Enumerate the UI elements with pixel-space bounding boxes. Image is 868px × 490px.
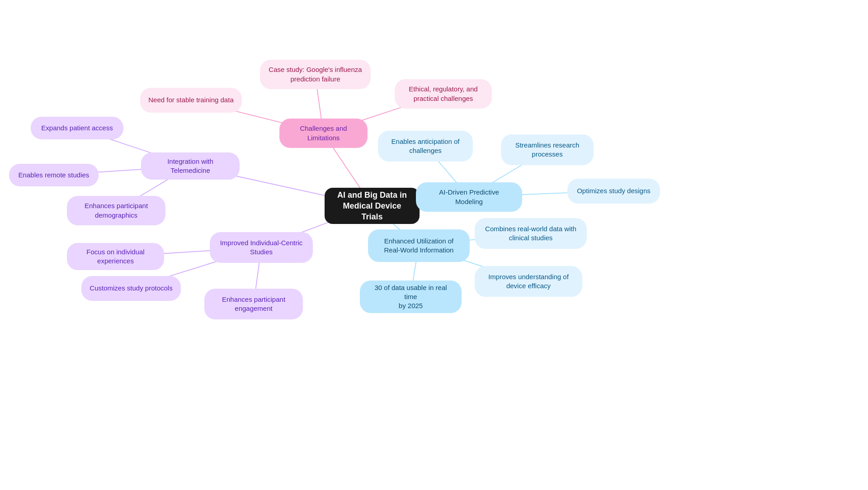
predictive-label: AI-Driven Predictive Modeling (439, 188, 499, 206)
anticipation-node: Enables anticipation of challenges (378, 131, 473, 162)
stable-training-node: Need for stable training data (140, 88, 242, 113)
optimizes-node: Optimizes study designs (567, 179, 660, 204)
expands-access-label: Expands patient access (41, 124, 113, 133)
realtime-label: 30 of data usable in real time by 2025 (368, 283, 453, 311)
focus-individual-node: Focus on individual experiences (67, 243, 164, 270)
ethical-node: Ethical, regulatory, and practical chall… (395, 79, 492, 109)
enhances-demo-label: Enhances participant demographics (85, 201, 148, 220)
stable-training-label: Need for stable training data (148, 95, 233, 105)
anticipation-label: Enables anticipation of challenges (392, 137, 460, 156)
telemedicine-node: Integration with Telemedicine (141, 152, 240, 180)
mindmap-container: AI and Big Data in Medical Device Trials… (0, 0, 868, 490)
predictive-node: AI-Driven Predictive Modeling (416, 182, 522, 212)
customizes-node: Customizes study protocols (81, 276, 181, 301)
realtime-node: 30 of data usable in real time by 2025 (360, 281, 462, 313)
case-study-label: Case study: Google's influenza predictio… (269, 65, 362, 84)
case-study-node: Case study: Google's influenza predictio… (260, 60, 371, 89)
realworld-node: Enhanced Utilization of Real-World Infor… (368, 229, 470, 262)
center-node: AI and Big Data in Medical Device Trials (325, 188, 420, 224)
enhances-engagement-node: Enhances participant engagement (204, 289, 303, 319)
focus-individual-label: Focus on individual experiences (86, 247, 144, 266)
enhances-engagement-label: Enhances participant engagement (222, 295, 285, 314)
enables-remote-label: Enables remote studies (19, 171, 90, 180)
enables-remote-node: Enables remote studies (9, 164, 99, 186)
streamlines-node: Streamlines research processes (501, 134, 594, 165)
telemedicine-label: Integration with Telemedicine (167, 157, 213, 176)
individual-centric-label: Improved Individual-Centric Studies (220, 238, 303, 257)
center-label: AI and Big Data in Medical Device Trials (333, 190, 411, 223)
enhances-demo-node: Enhances participant demographics (67, 196, 165, 225)
realworld-label: Enhanced Utilization of Real-World Infor… (384, 237, 454, 255)
individual-centric-node: Improved Individual-Centric Studies (210, 232, 313, 263)
combines-node: Combines real-world data with clinical s… (475, 218, 587, 249)
challenges-node: Challenges and Limitations (279, 119, 368, 148)
optimizes-label: Optimizes study designs (577, 186, 651, 195)
ethical-label: Ethical, regulatory, and practical chall… (409, 85, 477, 103)
expands-access-node: Expands patient access (31, 117, 123, 139)
combines-label: Combines real-world data with clinical s… (485, 224, 576, 243)
streamlines-label: Streamlines research processes (515, 141, 580, 159)
improves-label: Improves understanding of device efficac… (488, 272, 569, 291)
customizes-label: Customizes study protocols (90, 284, 172, 293)
improves-node: Improves understanding of device efficac… (475, 266, 582, 297)
challenges-label: Challenges and Limitations (300, 124, 347, 143)
